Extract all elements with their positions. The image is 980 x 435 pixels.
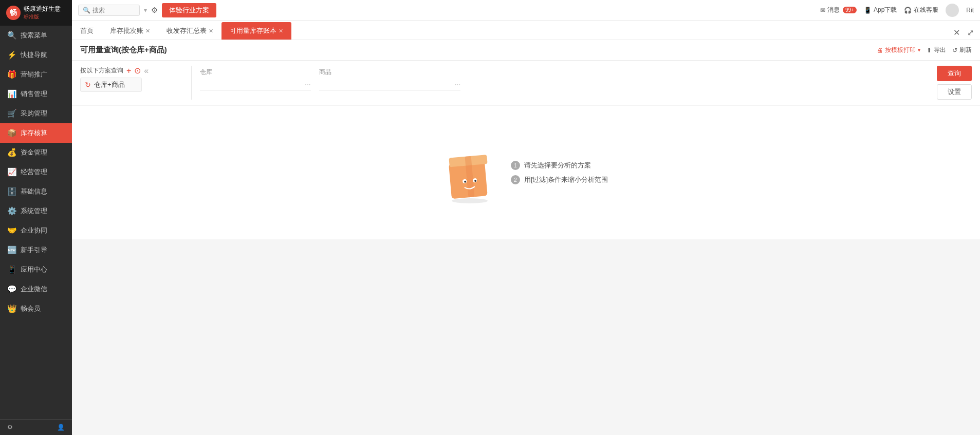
- sidebar-item-system[interactable]: ⚙️ 系统管理: [0, 201, 72, 221]
- tab-stock-summary[interactable]: 收发存汇总表 ✕: [158, 22, 221, 40]
- inventory-icon: 📦: [7, 128, 16, 138]
- sidebar-item-app[interactable]: 📱 应用中心: [0, 260, 72, 279]
- sidebar-item-search[interactable]: 🔍 搜索菜单: [0, 26, 72, 45]
- nav-icon: ⚡: [7, 50, 16, 60]
- filter-scheme-panel: 按以下方案查询 + ⊙ « ↻ 仓库+商品: [80, 66, 183, 92]
- search-icon: 🔍: [7, 31, 16, 40]
- expand-tab-btn[interactable]: ⤢: [965, 26, 976, 40]
- tab-home[interactable]: 首页: [72, 22, 102, 40]
- industry-btn[interactable]: 体验行业方案: [162, 3, 216, 17]
- sidebar-logo: 畅 畅康通好生意 标准版: [0, 0, 72, 26]
- topbar: 🔍 ▾ ⚙ 体验行业方案 ✉ 消息 99+ 📱 App下载 🎧 在线客服 Rit: [72, 0, 980, 21]
- tab-close-stock-summary[interactable]: ✕: [209, 28, 213, 34]
- phone-icon: 📱: [864, 7, 872, 14]
- online-service-action[interactable]: 🎧 在线客服: [904, 6, 938, 14]
- tab-inventory-batch[interactable]: 库存批次账 ✕: [102, 22, 158, 40]
- logo-icon: 畅: [6, 6, 21, 20]
- print-btn[interactable]: 🖨 按模板打印 ▾: [877, 46, 920, 54]
- tabs-right-actions: ✕ ⤢: [951, 26, 980, 40]
- topbar-search-box[interactable]: 🔍: [78, 5, 140, 16]
- tab-close-inventory-batch[interactable]: ✕: [145, 28, 150, 34]
- sidebar-item-nav[interactable]: ⚡ 快捷导航: [0, 45, 72, 65]
- empty-hints: 1 请先选择要分析的方案 2 用[过滤]条件来缩小分析范围: [511, 161, 608, 184]
- sidebar-item-inventory[interactable]: 📦 库存核算: [0, 123, 72, 143]
- svg-point-0: [452, 198, 488, 203]
- goods-input[interactable]: [319, 81, 453, 88]
- wechat-icon: 💬: [7, 285, 16, 294]
- headset-icon: 🎧: [904, 7, 912, 14]
- gift-icon: 🎁: [7, 70, 16, 79]
- filter-scheme-header: 按以下方案查询 + ⊙ «: [80, 66, 149, 75]
- sidebar-item-marketing[interactable]: 🎁 营销推广: [0, 65, 72, 84]
- chevron-down-icon: ▾: [918, 47, 920, 53]
- scheme-icon: ↻: [85, 81, 91, 89]
- empty-state-content: 1 请先选择要分析的方案 2 用[过滤]条件来缩小分析范围: [444, 147, 608, 198]
- main-area: 🔍 ▾ ⚙ 体验行业方案 ✉ 消息 99+ 📱 App下载 🎧 在线客服 Rit: [72, 0, 980, 435]
- username-label: Rit: [966, 7, 974, 14]
- sidebar-item-finance[interactable]: 💰 资金管理: [0, 143, 72, 162]
- sidebar-item-purchase[interactable]: 🛒 采购管理: [0, 104, 72, 123]
- sidebar: 畅 畅康通好生意 标准版 🔍 搜索菜单 ⚡ 快捷导航 🎁 营销推广 📊 销售管理: [0, 0, 72, 435]
- finance-icon: 💰: [7, 148, 16, 157]
- empty-hint-2: 2 用[过滤]条件来缩小分析范围: [511, 175, 608, 184]
- export-btn[interactable]: ⬆ 导出: [927, 46, 946, 54]
- sidebar-item-base[interactable]: 🗄️ 基础信息: [0, 182, 72, 201]
- empty-hint-1: 1 请先选择要分析的方案: [511, 161, 608, 170]
- setting-button[interactable]: 设置: [937, 84, 972, 100]
- add-scheme-btn[interactable]: +: [126, 66, 131, 75]
- search-input[interactable]: [93, 7, 134, 14]
- tab-available-stock[interactable]: 可用量库存账本 ✕: [221, 22, 291, 40]
- export-icon: ⬆: [927, 47, 932, 54]
- refresh-icon: ↺: [952, 47, 957, 54]
- warehouse-more-btn[interactable]: ···: [305, 80, 311, 88]
- cart-icon: 🛒: [7, 109, 16, 118]
- warehouse-field: 仓库 ···: [200, 68, 311, 90]
- search-icon: 🔍: [83, 7, 90, 14]
- sidebar-bottom: ⚙ 👤: [0, 419, 72, 435]
- logo-text: 畅康通好生意 标准版: [24, 5, 61, 21]
- gear-icon[interactable]: ⚙: [151, 6, 158, 15]
- app-download-action[interactable]: 📱 App下载: [864, 6, 897, 14]
- system-icon: ⚙️: [7, 206, 16, 216]
- edit-scheme-btn[interactable]: ⊙: [134, 66, 141, 75]
- empty-state: 1 请先选择要分析的方案 2 用[过滤]条件来缩小分析范围: [72, 106, 980, 239]
- close-tab-btn[interactable]: ✕: [951, 26, 962, 40]
- tab-close-available-stock[interactable]: ✕: [279, 28, 283, 34]
- warehouse-input[interactable]: [200, 81, 303, 88]
- sidebar-item-coop[interactable]: 🤝 企业协同: [0, 221, 72, 240]
- page-title: 可用量查询(按仓库+商品): [80, 45, 167, 55]
- filter-area: 按以下方案查询 + ⊙ « ↻ 仓库+商品 仓库 ···: [72, 61, 980, 105]
- sidebar-item-guide[interactable]: 🆕 新手引导: [0, 240, 72, 260]
- guide-icon: 🆕: [7, 245, 16, 255]
- sidebar-item-sales[interactable]: 📊 销售管理: [0, 84, 72, 104]
- message-icon: ✉: [820, 7, 825, 14]
- member-icon: 👑: [7, 304, 16, 313]
- print-icon: 🖨: [877, 47, 883, 54]
- goods-more-btn[interactable]: ···: [455, 80, 461, 88]
- scheme-item-warehouse-goods[interactable]: ↻ 仓库+商品: [80, 78, 142, 92]
- page-header-actions: 🖨 按模板打印 ▾ ⬆ 导出 ↺ 刷新: [877, 46, 972, 54]
- base-icon: 🗄️: [7, 187, 16, 196]
- message-action[interactable]: ✉ 消息 99+: [820, 6, 857, 14]
- avatar: [946, 4, 959, 17]
- sidebar-item-wechat[interactable]: 💬 企业微信: [0, 279, 72, 299]
- collapse-btn[interactable]: «: [144, 66, 149, 75]
- query-button[interactable]: 查询: [937, 66, 972, 81]
- sidebar-item-manage[interactable]: 📈 经营管理: [0, 162, 72, 182]
- page-header: 可用量查询(按仓库+商品) 🖨 按模板打印 ▾ ⬆ 导出 ↺ 刷新: [72, 40, 980, 61]
- refresh-btn[interactable]: ↺ 刷新: [952, 46, 972, 54]
- goods-field: 商品 ···: [319, 68, 461, 90]
- empty-illustration: [444, 147, 495, 198]
- page-content: 可用量查询(按仓库+商品) 🖨 按模板打印 ▾ ⬆ 导出 ↺ 刷新: [72, 40, 980, 435]
- filter-fields: 仓库 ··· 商品 ···: [200, 66, 931, 90]
- dropdown-icon[interactable]: ▾: [144, 7, 147, 14]
- tabs-bar: 首页 库存批次账 ✕ 收发存汇总表 ✕ 可用量库存账本 ✕ ✕ ⤢: [72, 21, 980, 40]
- app-icon: 📱: [7, 265, 16, 274]
- goods-input-container: ···: [319, 79, 461, 90]
- topbar-actions: ✉ 消息 99+ 📱 App下载 🎧 在线客服 Rit: [820, 4, 974, 17]
- sidebar-item-member[interactable]: 👑 畅会员: [0, 299, 72, 318]
- warehouse-input-container: ···: [200, 79, 311, 90]
- chart-icon: 📊: [7, 89, 16, 99]
- coop-icon: 🤝: [7, 226, 16, 235]
- filter-actions: 查询 设置: [937, 66, 972, 100]
